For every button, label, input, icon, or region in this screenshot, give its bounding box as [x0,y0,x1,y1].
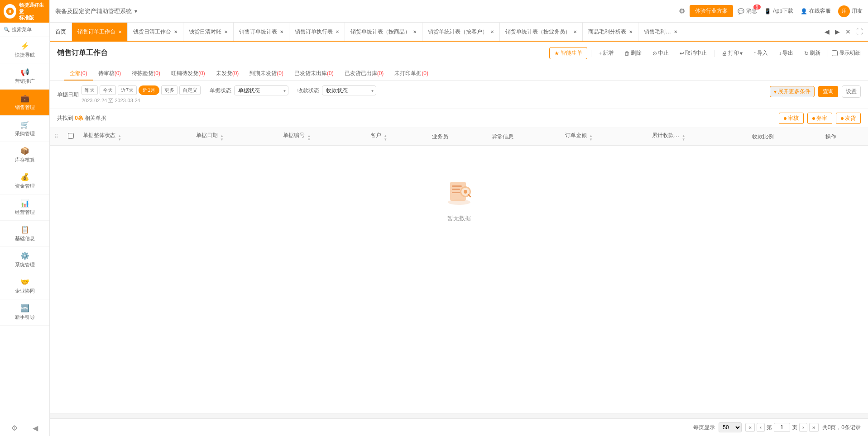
settings-button[interactable]: 设置 [842,85,861,98]
last-page-button[interactable]: » [809,423,819,432]
sub-tab-5[interactable]: 到期未发货(0) [244,67,289,81]
sidebar-item-finance[interactable]: 💰 资金管理 [0,168,49,194]
tab-6[interactable]: 销货单统计表（按商品）✕ [345,23,422,41]
topbar-settings-icon[interactable]: ⚙ [679,7,685,15]
tab-close-4[interactable]: ✕ [280,29,283,34]
next-page-button[interactable]: › [799,423,807,432]
sidebar-item-quick-nav[interactable]: ⚡ 快捷导航 [0,37,49,63]
sub-tab-3[interactable]: 旺铺待发货(0) [166,67,211,81]
date-btn-7days[interactable]: 近7天 [118,85,137,95]
query-button[interactable]: 查询 [818,86,838,97]
stop-button[interactable]: ⊙ 中止 [649,47,672,59]
tab-4[interactable]: 销售订单统计表✕ [234,23,289,41]
tab-close-2[interactable]: ✕ [174,29,177,34]
payment-select[interactable]: 收款状态 [322,85,376,95]
select-all-checkbox[interactable] [68,133,74,139]
tab-10[interactable]: 销售毛利…✕ [638,23,683,41]
sub-tab-6[interactable]: 已发货未出库(0) [289,67,339,81]
empty-icon [441,173,477,209]
page-number-input[interactable] [774,423,790,432]
tab-close-6[interactable]: ✕ [413,29,417,34]
export-button[interactable]: ↓ 导出 [775,47,797,59]
tab-prev-icon[interactable]: ◀ [823,26,831,37]
import-button[interactable]: ↑ 导入 [750,47,772,59]
ship-button[interactable]: 发货 [836,113,861,124]
sidebar-item-operations[interactable]: 📊 经营管理 [0,194,49,221]
sort-collected[interactable]: ▲▼ [682,134,686,142]
first-page-button[interactable]: « [745,423,755,432]
show-detail-checkbox-label[interactable]: 显示明细 [832,49,861,57]
smart-generate-button[interactable]: ★ 智能生单 [549,47,587,59]
collapse-icon[interactable]: ◀ [33,424,38,432]
tab-label-5: 销售订单执行表 [295,28,333,36]
search-menu[interactable]: 🔍 搜索菜单 [0,23,49,37]
settings-icon[interactable]: ⚙ [11,424,18,432]
delete-button[interactable]: 🗑 删除 [621,47,645,59]
sidebar-item-sales[interactable]: 💼 销售管理 [0,90,49,116]
sub-tab-2[interactable]: 待拣验货(0) [126,67,166,81]
add-button[interactable]: + 新增 [595,47,617,59]
status-select[interactable]: 单据状态 [234,85,288,95]
date-btn-1month[interactable]: 近1月 [139,85,159,95]
audit-dot [784,117,786,120]
tab-close-5[interactable]: ✕ [336,29,339,34]
solution-button[interactable]: 体验行业方案 [690,5,733,17]
inventory-label: 库存核算 [15,156,35,163]
sidebar-item-purchase[interactable]: 🛒 采购管理 [0,116,49,142]
sidebar-item-inventory[interactable]: 📦 库存核算 [0,142,49,168]
tab-7[interactable]: 销货单统计表（按客户）✕ [422,23,500,41]
page-suffix: 页 [792,424,797,431]
sidebar-item-marketing[interactable]: 📢 营销推广 [0,63,49,90]
tab-2[interactable]: 钱货日清工作台✕ [128,23,183,41]
tab-close-10[interactable]: ✕ [674,29,677,34]
online-service-item[interactable]: 👤 在线客服 [801,7,831,15]
prev-page-button[interactable]: ‹ [757,423,765,432]
sort-customer[interactable]: ▲▼ [384,134,387,142]
discard-audit-button[interactable]: 弃审 [807,113,832,124]
refresh-button[interactable]: ↻ 刷新 [801,47,824,59]
tab-8[interactable]: 销货单统计表（按业务员）✕ [500,23,583,41]
tab-next-icon[interactable]: ▶ [833,26,842,37]
print-button[interactable]: 🖨 打印 ▾ [718,47,746,59]
tab-0[interactable]: 首页 [50,23,72,41]
sort-number[interactable]: ▲▼ [307,134,311,142]
sort-amount[interactable]: ▲▼ [589,134,593,142]
date-btn-more[interactable]: 更多 [161,85,177,95]
date-filter: 单据日期 昨天 今天 近7天 近1月 更多 自定义 2023-02-24 至 2… [57,85,201,104]
tab-close-all-icon[interactable]: ✕ [844,26,853,37]
date-btn-yesterday[interactable]: 昨天 [82,85,98,95]
sub-tab-4[interactable]: 未发货(0) [211,67,245,81]
audit-button[interactable]: 审核 [779,113,804,124]
tab-1[interactable]: 销售订单工作台✕ [72,23,128,41]
sidebar-item-enterprise[interactable]: 🤝 企业协同 [0,273,49,299]
cancel-stop-button[interactable]: ↩ 取消中止 [676,47,710,59]
tab-fullscreen-icon[interactable]: ⛶ [854,26,864,37]
sidebar-item-basic-info[interactable]: 📋 基础信息 [0,221,49,247]
sidebar-item-system[interactable]: ⚙️ 系统管理 [0,247,49,273]
sub-tab-7[interactable]: 已发货已出库(0) [339,67,389,81]
horizontal-scrollbar[interactable] [50,413,868,418]
sort-date[interactable]: ▲▼ [220,134,224,142]
date-btn-today[interactable]: 今天 [100,85,116,95]
message-item[interactable]: 💬 消息 6 [738,7,757,15]
expand-button[interactable]: ▾ 展开更多条件 [770,86,815,97]
sub-tab-1[interactable]: 待审核(0) [93,67,127,81]
date-btn-custom[interactable]: 自定义 [179,85,201,95]
app-download-item[interactable]: 📱 App下载 [764,7,793,15]
tab-close-1[interactable]: ✕ [118,29,122,34]
tab-close-7[interactable]: ✕ [490,29,494,34]
sub-tab-0[interactable]: 全部(0) [64,67,93,81]
tab-3[interactable]: 钱货日清对账✕ [183,23,234,41]
sidebar-item-guide[interactable]: 🆕 新手引导 [0,299,49,326]
sub-tab-8[interactable]: 未打印单据(0) [389,67,434,81]
show-detail-checkbox[interactable] [832,50,838,56]
user-item[interactable]: 用 用友 [838,5,863,17]
tab-close-3[interactable]: ✕ [224,29,228,34]
tab-close-8[interactable]: ✕ [573,29,577,34]
page-size-select[interactable]: 50 20 100 200 [719,422,742,432]
tab-9[interactable]: 商品毛利分析表✕ [583,23,638,41]
table-header: ⠿ 单据整体状态 ▲▼ 单据日期 ▲▼ 单据编号 [50,128,868,146]
tab-close-9[interactable]: ✕ [629,29,633,34]
tab-5[interactable]: 销售订单执行表✕ [289,23,345,41]
sort-status[interactable]: ▲▼ [118,134,121,142]
